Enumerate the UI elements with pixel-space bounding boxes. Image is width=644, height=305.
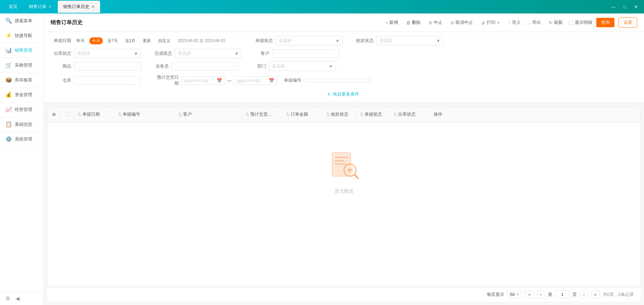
info-icon: 📋 bbox=[5, 121, 12, 127]
tab-sales-order[interactable]: 销售订单 ✕ bbox=[24, 1, 57, 13]
doc-number-input[interactable] bbox=[304, 79, 371, 82]
chevron-down-icon: ▼ bbox=[329, 64, 333, 69]
page-number-input[interactable] bbox=[556, 291, 569, 298]
page-size-select[interactable]: 50 ▼ bbox=[508, 291, 522, 298]
sidebar-item-inventory[interactable]: 📦 库存核算 bbox=[0, 73, 43, 87]
sidebar-item-finance[interactable]: 💰 资金管理 bbox=[0, 87, 43, 102]
prev-page-button[interactable]: ‹ bbox=[537, 291, 545, 298]
sort-icon: ⇅ bbox=[360, 112, 363, 117]
sidebar-item-operations[interactable]: 📈 经营管理 bbox=[0, 102, 43, 117]
close-icon[interactable]: ✕ bbox=[91, 4, 95, 9]
display-toggle[interactable]: 显示明细 bbox=[569, 20, 592, 26]
warehouse-input[interactable]: ··· bbox=[74, 76, 141, 85]
th-amount[interactable]: ⇅ 订单金额 bbox=[283, 109, 323, 119]
add-button[interactable]: + 新增 bbox=[384, 18, 400, 27]
th-outbound[interactable]: ⇅ 出库状态 bbox=[390, 109, 430, 119]
maximize-icon[interactable]: □ bbox=[621, 3, 629, 11]
svg-rect-2 bbox=[335, 160, 345, 161]
delete-button[interactable]: 🗑 删除 bbox=[404, 18, 423, 27]
th-settings[interactable]: ⚙ bbox=[47, 110, 61, 119]
calendar-icon[interactable]: 📅 bbox=[217, 78, 222, 83]
payment-status-select[interactable]: 请选择 ▼ bbox=[376, 36, 443, 45]
th-delivery[interactable]: ⇅ 预计交货... bbox=[242, 109, 283, 119]
first-page-button[interactable]: « bbox=[525, 291, 533, 298]
refresh-button[interactable]: ↻ 刷新 bbox=[547, 18, 565, 27]
salesperson-input[interactable]: ··· bbox=[171, 62, 239, 71]
th-check[interactable] bbox=[61, 110, 74, 119]
svg-rect-7 bbox=[348, 169, 352, 170]
content-area: 销售订单历史 + 新增 🗑 删除 ⊘ 中止 ⊘ 取消中止 bbox=[44, 13, 644, 305]
delivery-date-to[interactable]: yyyy-mm-dd 📅 bbox=[233, 76, 277, 85]
page-size-label: 每页显示 bbox=[487, 292, 504, 298]
sort-icon: ⇅ bbox=[393, 112, 397, 117]
window-controls: — □ ✕ bbox=[608, 3, 641, 11]
last-page-button[interactable]: » bbox=[591, 291, 599, 298]
cancel-stop-button[interactable]: ⊘ 取消中止 bbox=[448, 18, 475, 27]
stop-button[interactable]: ⊘ 中止 bbox=[427, 18, 444, 27]
print-arrow-icon: ▼ bbox=[497, 21, 500, 25]
main-layout: 🔍 搜索菜单 ⚡ 快捷导航 📊 销售管理 🛒 采购管理 📦 库存核算 💰 资金管… bbox=[0, 13, 644, 305]
date-range-display: 2023-06-02 至 2023-06-02 bbox=[178, 38, 225, 44]
chart-icon: 📊 bbox=[5, 47, 12, 53]
sort-icon: ⇅ bbox=[286, 112, 290, 117]
department-select[interactable]: 请选择 ▼ bbox=[269, 62, 336, 71]
customer-input[interactable]: ··· bbox=[272, 49, 339, 58]
delivery-date-from[interactable]: yyyy-mm-dd 📅 bbox=[181, 76, 225, 85]
th-customer[interactable]: ⇅ 客户 bbox=[175, 109, 242, 119]
goods-input[interactable]: ··· bbox=[74, 62, 141, 71]
export-button[interactable]: ↓ 导出 bbox=[527, 18, 543, 27]
table-header: ⚙ ⇅ 单据日期 ⇅ 单据编号 ⇅ 客户 ⇅ bbox=[47, 107, 640, 122]
svg-rect-8 bbox=[348, 171, 351, 172]
refresh-icon: ↻ bbox=[549, 20, 553, 25]
toolbar: + 新增 🗑 删除 ⊘ 中止 ⊘ 取消中止 🖨 打印 bbox=[384, 17, 638, 28]
sidebar-item-sales[interactable]: 📊 销售管理 bbox=[0, 43, 43, 58]
collapse-bar[interactable]: ∧ 收起更多条件 bbox=[50, 90, 637, 99]
filter-row-4: 仓库 ··· 预计交货日期 yyyy-mm-dd 📅 — yyyy-mm-dd … bbox=[50, 74, 637, 86]
table-area: ⚙ ⇅ 单据日期 ⇅ 单据编号 ⇅ 客户 ⇅ bbox=[47, 106, 641, 287]
shortcut-today[interactable]: 今天 bbox=[89, 37, 103, 44]
tab-home[interactable]: 首页 bbox=[3, 1, 23, 13]
sidebar-item-purchase[interactable]: 🛒 采购管理 bbox=[0, 58, 43, 73]
collapse-icon[interactable]: ◀ bbox=[15, 295, 19, 302]
import-button[interactable]: ↑ 导入 bbox=[506, 18, 523, 27]
shortcut-yesterday[interactable]: 昨天 bbox=[74, 37, 87, 44]
sort-icon: ⇅ bbox=[326, 112, 330, 117]
query-button[interactable]: 查询 bbox=[596, 18, 614, 27]
setting-button[interactable]: 设置 bbox=[618, 17, 637, 28]
th-status[interactable]: ⇅ 单据状态 bbox=[356, 109, 390, 119]
th-payment[interactable]: ⇅ 收款状态 bbox=[323, 109, 356, 119]
chevron-down-icon: ▼ bbox=[436, 38, 440, 43]
sidebar-item-search[interactable]: 🔍 搜索菜单 bbox=[0, 13, 43, 28]
shortcut-more[interactable]: 更多 bbox=[140, 37, 154, 44]
shortcut-7days[interactable]: 近7天 bbox=[105, 37, 121, 44]
sidebar-item-quicknav[interactable]: ⚡ 快捷导航 bbox=[0, 28, 43, 43]
print-button[interactable]: 🖨 打印 ▼ bbox=[479, 18, 502, 27]
cart-icon: 🛒 bbox=[5, 62, 12, 68]
close-window-icon[interactable]: ✕ bbox=[632, 3, 641, 11]
tab-sales-order-history[interactable]: 销售订单历史 ✕ bbox=[58, 1, 100, 13]
outbound-status-label: 出库状态 bbox=[50, 50, 74, 56]
sidebar-item-system[interactable]: ⚙️ 系统管理 bbox=[0, 132, 43, 147]
date-label: 单据日期 bbox=[50, 38, 74, 44]
doc-status-select[interactable]: 请选择 ▼ bbox=[275, 36, 343, 45]
next-page-button[interactable]: › bbox=[580, 291, 588, 298]
stop-icon: ⊘ bbox=[429, 20, 432, 25]
complete-status-select[interactable]: 请选择 ▼ bbox=[175, 49, 242, 58]
customer-label: 客户 bbox=[255, 50, 272, 56]
sort-icon: ⇅ bbox=[78, 112, 81, 117]
minimize-icon[interactable]: — bbox=[608, 3, 618, 11]
outbound-status-select[interactable]: 请选择 ▼ bbox=[74, 49, 141, 58]
th-date[interactable]: ⇅ 单据日期 bbox=[74, 109, 115, 119]
shortcut-custom[interactable]: 自定义 bbox=[156, 37, 173, 44]
sidebar-item-basic-info[interactable]: 📋 基础信息 bbox=[0, 117, 43, 132]
close-icon[interactable]: ✕ bbox=[48, 4, 52, 9]
shortcut-1month[interactable]: 近1月 bbox=[123, 37, 138, 44]
th-number[interactable]: ⇅ 单据编号 bbox=[115, 109, 175, 119]
settings-icon[interactable]: ⚙ bbox=[5, 295, 10, 302]
lightning-icon: ⚡ bbox=[5, 32, 12, 39]
box-icon: 📦 bbox=[5, 77, 12, 83]
sidebar: 🔍 搜索菜单 ⚡ 快捷导航 📊 销售管理 🛒 采购管理 📦 库存核算 💰 资金管… bbox=[0, 13, 44, 305]
display-checkbox[interactable] bbox=[569, 20, 573, 25]
calendar-icon[interactable]: 📅 bbox=[269, 78, 274, 83]
select-all-checkbox[interactable] bbox=[65, 112, 70, 117]
